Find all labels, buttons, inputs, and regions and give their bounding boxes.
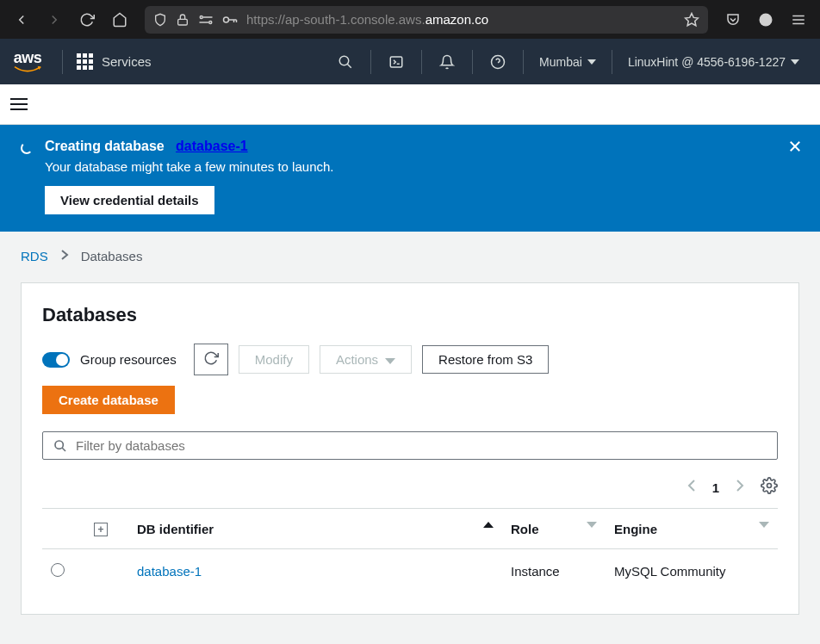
banner-title: Creating database [45,139,165,153]
group-resources-toggle[interactable] [42,352,70,368]
expand-all-icon: + [94,523,108,536]
sub-bar [0,84,820,125]
grid-icon [77,53,93,70]
svg-point-3 [209,21,212,23]
divider [472,50,473,74]
col-engine[interactable]: Engine [606,509,778,549]
restore-button[interactable]: Restore from S3 [422,345,549,374]
browser-toolbar: https://ap-south-1.console.aws.amazon.co [0,0,820,39]
notifications-icon[interactable] [429,44,465,80]
svg-line-23 [62,448,65,451]
svg-point-14 [339,56,349,65]
help-icon[interactable] [480,44,516,80]
sort-asc-icon [483,522,494,528]
pagination: 1 [42,477,778,498]
prev-page[interactable] [686,478,697,497]
page-title: Databases [42,304,778,326]
forward-button[interactable] [40,5,69,34]
next-page[interactable] [735,478,745,497]
svg-point-5 [224,17,229,22]
databases-table: + DB identifier Role Engine database-1 I… [42,508,778,593]
lock-icon [176,13,189,27]
svg-rect-0 [178,19,188,25]
aws-top-nav: aws Services Mumbai LinuxHint @ 4556-619… [0,39,820,84]
table-row: database-1 Instance MySQL Community [42,549,778,594]
divider [523,50,524,74]
spinner-icon [21,142,33,154]
aws-logo[interactable]: aws [12,50,43,74]
col-expand[interactable]: + [85,509,128,549]
breadcrumb: RDS Databases [0,232,820,270]
caret-down-icon [385,358,395,364]
svg-marker-9 [686,13,699,25]
region-selector[interactable]: Mumbai [531,55,605,69]
banner-subtitle: Your database might take a few minutes t… [45,159,803,174]
page-number: 1 [712,480,719,495]
divider [370,50,371,74]
pocket-icon[interactable] [718,5,748,34]
db-engine: MySQL Community [606,549,778,594]
toolbar: Group resources Modify Actions Restore f… [42,344,778,375]
sort-icon [587,522,597,528]
divider [62,50,63,74]
filter-box[interactable] [42,431,778,460]
services-menu[interactable]: Services [70,48,158,75]
col-select [42,509,85,549]
svg-line-15 [347,64,351,68]
svg-point-1 [200,15,202,18]
divider [612,50,612,74]
refresh-button[interactable] [194,344,228,375]
databases-panel: Databases Group resources Modify Actions… [21,282,799,615]
services-label: Services [102,54,152,69]
banner-db-link[interactable]: database-1 [176,139,248,153]
bookmark-star-icon[interactable] [684,12,699,28]
divider [421,50,422,74]
breadcrumb-root[interactable]: RDS [21,249,48,263]
caret-down-icon [791,59,799,65]
account-icon[interactable] [751,5,780,34]
menu-icon[interactable] [784,5,813,34]
svg-point-24 [767,484,772,488]
side-nav-toggle[interactable] [10,98,28,110]
actions-button[interactable]: Actions [320,345,412,374]
svg-point-10 [760,13,773,26]
key-icon [222,14,238,26]
back-button[interactable] [7,5,36,34]
col-identifier[interactable]: DB identifier [128,509,502,549]
url-text: https://ap-south-1.console.aws.amazon.co [246,12,488,27]
view-credentials-button[interactable]: View credential details [45,186,214,214]
info-banner: Creating database database-1 Your databa… [0,125,820,232]
svg-point-22 [55,441,63,449]
col-role[interactable]: Role [502,509,606,549]
modify-button[interactable]: Modify [239,345,309,374]
db-role: Instance [502,549,606,594]
breadcrumb-current: Databases [81,249,143,263]
close-icon[interactable] [787,139,803,158]
create-database-button[interactable]: Create database [42,386,175,414]
gear-icon[interactable] [761,477,778,498]
search-icon [53,439,67,453]
group-resources-label: Group resources [80,352,177,367]
filter-input[interactable] [76,438,767,453]
db-identifier-link[interactable]: database-1 [137,564,202,579]
permissions-icon [198,15,214,25]
reload-button[interactable] [72,5,102,34]
sort-icon [759,522,769,528]
row-select-radio[interactable] [51,563,65,577]
account-menu[interactable]: LinuxHint @ 4556-6196-1227 [619,55,808,69]
search-icon[interactable] [327,44,363,80]
cloudshell-icon[interactable] [378,44,414,80]
caret-down-icon [587,59,596,65]
home-button[interactable] [105,5,134,34]
url-bar[interactable]: https://ap-south-1.console.aws.amazon.co [145,6,708,34]
chevron-right-icon [60,249,69,263]
shield-icon [153,13,167,27]
